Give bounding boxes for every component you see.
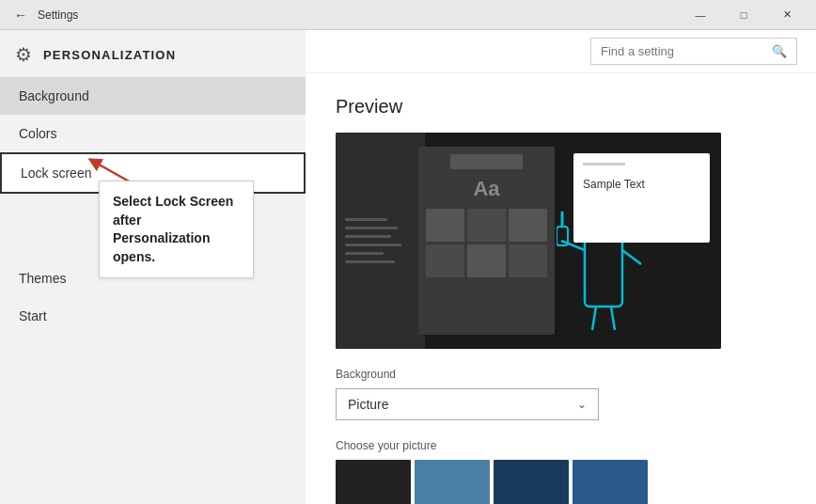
svg-line-7 xyxy=(622,250,641,264)
sidebar-nav: Background Colors Lock screen xyxy=(0,77,306,335)
choose-picture-label: Choose your picture xyxy=(336,439,786,452)
preview-container: Aa xyxy=(336,133,721,349)
chevron-down-icon: ⌄ xyxy=(577,398,587,411)
sidebar-item-background[interactable]: Background xyxy=(0,77,306,115)
tile-6 xyxy=(509,244,547,277)
personalization-title: PERSONALIZATION xyxy=(43,48,176,62)
thumb-3[interactable] xyxy=(494,460,569,504)
svg-rect-2 xyxy=(585,231,622,307)
background-label: Background xyxy=(336,368,786,381)
background-dropdown[interactable]: Picture ⌄ xyxy=(336,388,599,420)
preview-line-1 xyxy=(345,218,387,221)
preview-popup: Sample Text xyxy=(573,153,710,243)
minimize-button[interactable]: — xyxy=(679,0,722,30)
picture-thumbnails xyxy=(336,460,786,504)
sidebar-item-colors[interactable]: Colors xyxy=(0,115,306,152)
preview-left-panel xyxy=(336,133,425,349)
preview-line-3 xyxy=(345,235,391,238)
sidebar: ⚙ PERSONALIZATION Background Colors Lock… xyxy=(0,30,306,504)
preview-center-panel: Aa xyxy=(418,147,555,335)
maximize-button[interactable]: □ xyxy=(722,0,765,30)
svg-line-9 xyxy=(611,307,615,330)
gear-icon: ⚙ xyxy=(15,43,32,66)
content-header: 🔍 xyxy=(306,30,816,73)
tile-4 xyxy=(426,244,464,277)
close-button[interactable]: ✕ xyxy=(765,0,808,30)
preview-line-5 xyxy=(345,252,384,255)
thumb-4[interactable] xyxy=(573,460,648,504)
preview-title: Preview xyxy=(336,96,786,118)
preview-top-bar xyxy=(450,154,523,169)
content-scroll: Preview Aa xyxy=(306,73,816,504)
tile-3 xyxy=(509,209,547,242)
preview-line-6 xyxy=(345,260,395,263)
svg-line-8 xyxy=(592,307,596,330)
dropdown-value: Picture xyxy=(348,397,389,412)
main-container: ⚙ PERSONALIZATION Background Colors Lock… xyxy=(0,30,816,504)
search-box: 🔍 xyxy=(590,38,797,65)
popup-sample-text: Sample Text xyxy=(583,178,645,191)
title-bar: ← Settings — □ ✕ xyxy=(0,0,816,30)
sidebar-item-start[interactable]: Start xyxy=(0,297,306,335)
preview-line-2 xyxy=(345,227,398,229)
search-input[interactable] xyxy=(601,44,766,58)
tile-5 xyxy=(467,244,506,277)
window-controls: — □ ✕ xyxy=(679,0,808,30)
search-icon: 🔍 xyxy=(772,44,787,58)
thumb-1[interactable] xyxy=(336,460,411,504)
sidebar-item-lock-screen-wrapper: Lock screen Select Lock Screen after Per… xyxy=(0,152,306,194)
back-button[interactable]: ← xyxy=(8,2,34,28)
content-area: 🔍 Preview xyxy=(306,30,816,504)
window-title: Settings xyxy=(38,8,78,22)
preview-aa: Aa xyxy=(426,177,547,201)
popup-bar xyxy=(583,163,625,165)
callout-container: Select Lock Screen after Personalization… xyxy=(99,181,254,278)
callout-text: Select Lock Screen after Personalization… xyxy=(113,194,233,264)
thumb-2[interactable] xyxy=(415,460,490,504)
preview-inner: Aa xyxy=(336,133,721,349)
sidebar-header: ⚙ PERSONALIZATION xyxy=(0,30,306,73)
tile-2 xyxy=(467,209,506,242)
preview-tiles xyxy=(426,209,547,277)
tile-1 xyxy=(426,209,464,242)
preview-line-4 xyxy=(345,244,401,246)
callout-box: Select Lock Screen after Personalization… xyxy=(99,181,254,278)
